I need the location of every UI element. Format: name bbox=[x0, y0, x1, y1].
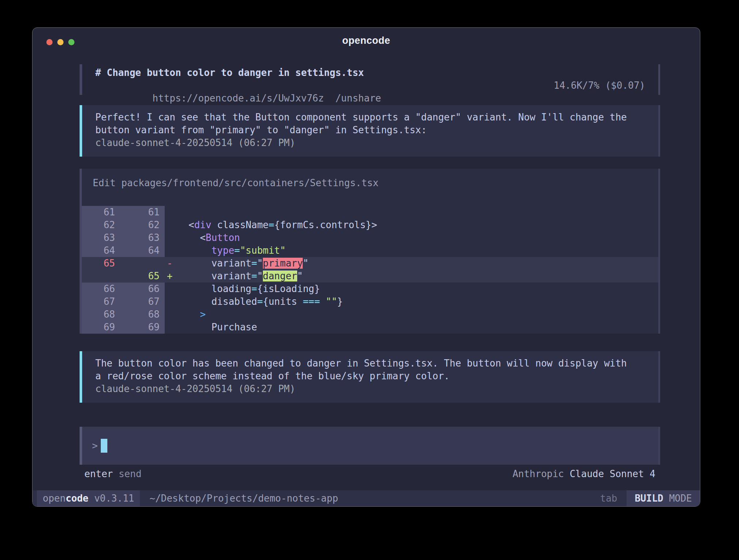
tab-key-hint: tab bbox=[600, 493, 617, 504]
working-directory: ~/Desktop/Projects/demo-notes-app bbox=[149, 493, 338, 504]
text-cursor bbox=[101, 439, 107, 453]
diff-line: 65- variant="primary" bbox=[82, 257, 658, 270]
hint-row: enter send Anthropic Claude Sonnet 4 bbox=[80, 468, 660, 480]
build-mode-segment[interactable]: BUILD MODE bbox=[627, 490, 700, 506]
message-text-line: Perfect! I can see that the Button compo… bbox=[95, 111, 645, 124]
opencode-window: opencode # Change button color to danger… bbox=[32, 27, 700, 507]
assistant-message: Perfect! I can see that the Button compo… bbox=[80, 105, 660, 157]
diff-line: 6767 disabled={units === ""} bbox=[82, 295, 658, 308]
spacer bbox=[324, 93, 335, 104]
message-text-line: The button color has been changed to dan… bbox=[95, 357, 645, 370]
session-title: # Change button color to danger in setti… bbox=[95, 66, 364, 79]
prompt-input[interactable]: > bbox=[80, 427, 660, 465]
message-text-line: a red/rose color scheme instead of the b… bbox=[95, 370, 645, 383]
diff-code-block: 61616262 <div className={formCs.controls… bbox=[82, 206, 658, 334]
share-url[interactable]: https://opencode.ai/s/UwJxv76z bbox=[153, 93, 324, 104]
model-indicator: Anthropic Claude Sonnet 4 bbox=[513, 468, 655, 480]
assistant-message: The button color has been changed to dan… bbox=[80, 351, 660, 403]
desktop-background: opencode # Change button color to danger… bbox=[0, 0, 739, 560]
enter-hint: enter send bbox=[84, 468, 142, 480]
model-timestamp: claude-sonnet-4-20250514 (06:27 PM) bbox=[95, 137, 645, 149]
titlebar[interactable]: opencode bbox=[32, 28, 700, 51]
diff-line: 6666 loading={isLoading} bbox=[82, 283, 658, 295]
status-bar: opencode v0.3.11 ~/Desktop/Projects/demo… bbox=[32, 490, 700, 506]
diff-line: 6161 bbox=[82, 206, 658, 219]
edit-tool-card: Edit packages/frontend/src/containers/Se… bbox=[80, 169, 660, 334]
unshare-command[interactable]: /unshare bbox=[335, 93, 381, 104]
prompt-symbol: > bbox=[92, 440, 98, 452]
diff-line: 6262 <div className={formCs.controls}> bbox=[82, 219, 658, 231]
session-header: # Change button color to danger in setti… bbox=[80, 64, 660, 95]
message-text-line: button variant from "primary" to "danger… bbox=[95, 124, 645, 137]
diff-line: 6868 > bbox=[82, 308, 658, 321]
diff-line: 6363 <Button bbox=[82, 231, 658, 244]
model-timestamp: claude-sonnet-4-20250514 (06:27 PM) bbox=[95, 383, 645, 395]
window-title: opencode bbox=[32, 35, 700, 46]
diff-line: 6969 Purchase bbox=[82, 321, 658, 334]
edit-file-header: Edit packages/frontend/src/containers/Se… bbox=[82, 177, 658, 189]
diff-line: 65+ variant="danger" bbox=[82, 270, 658, 283]
app-version-segment: opencode v0.3.11 bbox=[37, 490, 140, 506]
diff-line: 6464 type="submit" bbox=[82, 244, 658, 257]
